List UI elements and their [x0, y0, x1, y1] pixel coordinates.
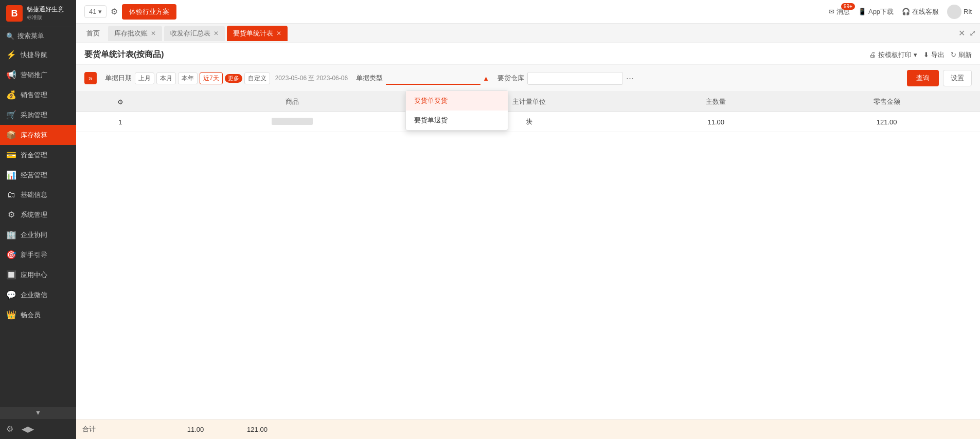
doc-type-input[interactable] [386, 72, 480, 85]
quick-nav-icon: ⚡ [6, 50, 16, 60]
sidebar-item-wechat[interactable]: 💬 企业微信 [0, 285, 76, 305]
col-quantity: 主数量 [638, 92, 793, 112]
date-range-display: 2023-05-06 至 2023-06-06 [275, 74, 348, 83]
purchase-icon: 🛒 [6, 110, 16, 120]
inventory-icon: 📦 [6, 130, 16, 140]
date-filter-group: 单据日期 上月 本月 本年 近7天 更多 自定义 2023-05-06 至 20… [105, 72, 348, 84]
headset-icon: 🎧 [902, 8, 910, 15]
table-header-row: ⚙商品主计量单位主数量零售金额 [76, 92, 980, 112]
sidebar-item-operations[interactable]: 📊 经营管理 [0, 165, 76, 185]
app-download-label: App下载 [868, 7, 894, 16]
sidebar-item-purchase[interactable]: 🛒 采购管理 [0, 105, 76, 125]
print-btn[interactable]: 🖨 按模板打印 ▾ [869, 50, 917, 60]
close-tab-icon[interactable]: ✕ [958, 28, 965, 38]
app-download-btn[interactable]: 📱 App下载 [858, 7, 894, 16]
warehouse-filter-group: 要货仓库 ··· [497, 72, 634, 85]
tab-close-order-summary[interactable]: ✕ [276, 30, 281, 37]
tab-bar: 首页库存批次账✕收发存汇总表✕要货单统计表✕ ✕ ⤢ [76, 24, 980, 43]
this-month-btn[interactable]: 本月 [156, 72, 176, 84]
company-selector[interactable]: 41 ▾ [84, 5, 106, 18]
download-icon: 📱 [858, 8, 866, 15]
main-content: 41 ▾ ⚙ 体验行业方案 ✉ 消息 99+ 📱 App下载 🎧 在线客服 R [76, 0, 980, 439]
sidebar-item-guide[interactable]: 🎯 新手引导 [0, 245, 76, 265]
sidebar-item-enterprise[interactable]: 🏢 企业协同 [0, 225, 76, 245]
expand-icon[interactable]: ⤢ [969, 28, 976, 38]
refresh-btn[interactable]: ↻ 刷新 [951, 50, 972, 60]
doc-type-dropdown: 要货单要货要货单退货 [405, 90, 508, 131]
sidebar-item-label-member: 畅会员 [21, 310, 41, 320]
sidebar-scroll-down[interactable]: ▼ [0, 407, 76, 418]
last-month-btn[interactable]: 上月 [135, 72, 154, 84]
filter-toggle-btn[interactable]: » [84, 72, 97, 84]
chevron-down-icon: ▾ [98, 8, 102, 15]
sidebar-item-inventory[interactable]: 📦 库存核算 [0, 125, 76, 145]
table-footer: 合计 11.00 121.00 [76, 419, 980, 439]
dropdown-item-purchase-order[interactable]: 要货单要货 [406, 91, 508, 111]
warehouse-more-icon[interactable]: ··· [626, 73, 634, 84]
custom-date-btn[interactable]: 自定义 [244, 72, 270, 84]
sidebar-item-sales[interactable]: 💰 销售管理 [0, 85, 76, 105]
sidebar-item-app-center[interactable]: 🔲 应用中心 [0, 265, 76, 285]
tab-label-order-summary: 要货单统计表 [233, 29, 273, 38]
tab-batch-ledger[interactable]: 库存批次账✕ [108, 26, 162, 41]
row-quantity-0: 11.00 [638, 112, 793, 132]
sidebar-item-label-enterprise: 企业协同 [21, 230, 47, 240]
tab-label-batch-ledger: 库存批次账 [114, 29, 148, 38]
user-name: Rit [964, 8, 972, 15]
finance-icon: 💳 [6, 150, 16, 160]
export-btn[interactable]: ⬇ 导出 [923, 50, 945, 60]
search-menu[interactable]: 🔍 搜索菜单 [0, 27, 76, 45]
user-avatar-btn[interactable]: Rit [947, 5, 972, 19]
date-shortcuts: 上月 本月 本年 近7天 更多 自定义 [135, 72, 270, 84]
sidebar-item-label-app-center: 应用中心 [21, 270, 47, 280]
sidebar-item-system[interactable]: ⚙ 系统管理 [0, 205, 76, 225]
messages-badge: 99+ [841, 3, 855, 10]
col-settings[interactable]: ⚙ [76, 92, 165, 112]
page-content: 要货单统计表(按商品) 🖨 按模板打印 ▾ ⬇ 导出 ↻ 刷新 » [76, 43, 980, 439]
tab-label-collect-summary: 收发存汇总表 [170, 29, 210, 38]
collapse-icon[interactable]: ◀▶ [22, 424, 34, 434]
settings-icon[interactable]: ⚙ [6, 424, 13, 434]
date-label: 单据日期 [105, 74, 132, 83]
footer-label: 合计 [82, 425, 113, 434]
tab-close-collect-summary[interactable]: ✕ [213, 30, 219, 37]
refresh-icon: ↻ [951, 51, 956, 59]
sidebar-item-quick-nav[interactable]: ⚡ 快捷导航 [0, 45, 76, 65]
operations-icon: 📊 [6, 170, 16, 180]
query-btn[interactable]: 查询 [907, 70, 939, 86]
sidebar-item-label-guide: 新手引导 [21, 250, 47, 260]
tab-collect-summary[interactable]: 收发存汇总表✕ [164, 26, 225, 41]
sidebar-item-label-system: 系统管理 [21, 210, 47, 220]
enterprise-icon: 🏢 [6, 230, 16, 240]
online-service-label: 在线客服 [912, 7, 939, 16]
topbar: 41 ▾ ⚙ 体验行业方案 ✉ 消息 99+ 📱 App下载 🎧 在线客服 R [76, 0, 980, 24]
topbar-gear-icon[interactable]: ⚙ [111, 7, 118, 16]
sidebar-bottom: ⚙ ◀▶ [0, 418, 76, 439]
tab-label-home: 首页 [86, 29, 100, 38]
row-index-0: 1 [76, 112, 165, 132]
this-year-btn[interactable]: 本年 [178, 72, 198, 84]
sidebar-item-member[interactable]: 👑 畅会员 [0, 305, 76, 325]
tab-close-batch-ledger[interactable]: ✕ [151, 30, 156, 37]
messages-btn[interactable]: ✉ 消息 99+ [829, 7, 850, 16]
page-header: 要货单统计表(按商品) 🖨 按模板打印 ▾ ⬇ 导出 ↻ 刷新 [76, 43, 980, 65]
print-chevron-icon: ▾ [914, 51, 917, 59]
last7days-btn[interactable]: 近7天 [200, 72, 223, 84]
sidebar-item-label-wechat: 企业微信 [21, 290, 47, 300]
warehouse-input[interactable] [527, 72, 623, 85]
sidebar-item-basic-info[interactable]: 🗂 基础信息 [0, 185, 76, 205]
table-body: 1 块 11.00 121.00 [76, 112, 980, 132]
sidebar-item-finance[interactable]: 💳 资金管理 [0, 145, 76, 165]
tab-order-summary[interactable]: 要货单统计表✕ [227, 26, 288, 41]
dropdown-item-return-order[interactable]: 要货单退货 [406, 111, 508, 130]
online-service-btn[interactable]: 🎧 在线客服 [902, 7, 939, 16]
doc-type-chevron-icon[interactable]: ▲ [483, 75, 489, 82]
trial-btn[interactable]: 体验行业方案 [122, 4, 176, 20]
tabs-actions: ✕ ⤢ [958, 28, 976, 38]
more-date-badge[interactable]: 更多 [225, 74, 242, 83]
col-amount: 零售金额 [793, 92, 980, 112]
settings-btn[interactable]: 设置 [943, 70, 972, 86]
sidebar-item-marketing[interactable]: 📢 营销推广 [0, 65, 76, 85]
tab-home[interactable]: 首页 [80, 26, 106, 41]
export-icon: ⬇ [923, 51, 929, 59]
